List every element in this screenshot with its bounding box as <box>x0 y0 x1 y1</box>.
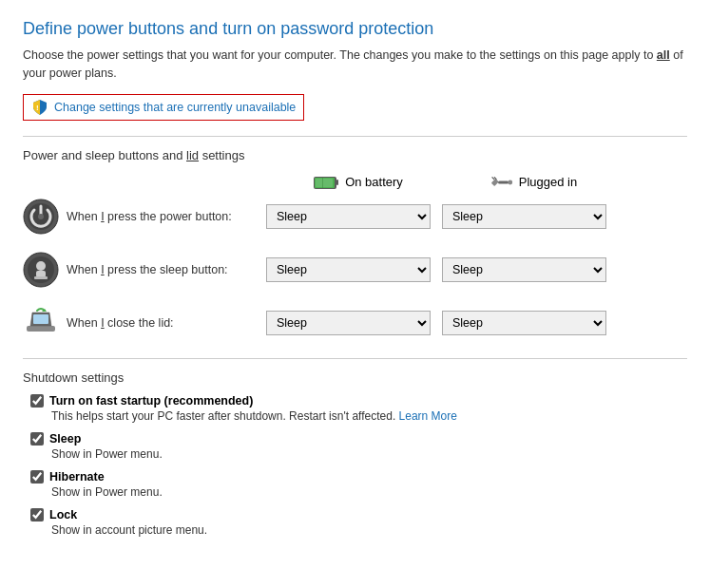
sleep-button-label: When I press the sleep button: <box>67 263 266 276</box>
sleep-button-plugged-select[interactable]: Sleep Hibernate Shut down Do nothing Tur… <box>442 257 606 282</box>
shield-icon: ! <box>31 99 48 116</box>
sleep-subtext: Show in Power menu. <box>51 447 687 461</box>
lock-item: Lock Show in account picture menu. <box>30 508 687 537</box>
svg-text:!: ! <box>36 104 39 112</box>
lock-subtext: Show in account picture menu. <box>51 523 687 537</box>
change-settings-link[interactable]: Change settings that are currently unava… <box>54 101 296 114</box>
sleep-item: Sleep Show in Power menu. <box>30 432 687 461</box>
pluggedin-column-header: Plugged in <box>446 174 622 191</box>
sleep-checkbox[interactable] <box>30 432 44 446</box>
lock-checkbox[interactable] <box>30 508 44 522</box>
lid-icon <box>23 305 59 341</box>
section-divider-2 <box>23 358 687 359</box>
battery-col-label: On battery <box>345 175 403 189</box>
lid-dropdowns: Sleep Hibernate Shut down Do nothing Tur… <box>266 311 606 335</box>
learn-more-link[interactable]: Learn More <box>399 409 457 423</box>
sleep-button-dropdowns: Sleep Hibernate Shut down Do nothing Tur… <box>266 257 606 282</box>
fast-startup-label: Turn on fast startup (recommended) <box>49 394 253 408</box>
pluggedin-col-label: Plugged in <box>519 175 577 189</box>
svg-rect-5 <box>322 178 323 188</box>
hibernate-item: Hibernate Show in Power menu. <box>30 470 687 499</box>
lid-row: When I close the lid: Sleep Hibernate Sh… <box>23 305 687 341</box>
shutdown-section-title: Shutdown settings <box>23 370 687 385</box>
power-button-battery-select[interactable]: Sleep Hibernate Shut down Do nothing Tur… <box>266 204 431 229</box>
svg-point-8 <box>508 180 512 184</box>
sleep-button-row: When I press the sleep button: Sleep Hib… <box>23 252 687 288</box>
lock-label: Lock <box>49 508 77 522</box>
battery-column-header: On battery <box>270 174 446 191</box>
page-description: Choose the power settings that you want … <box>23 47 687 83</box>
svg-rect-4 <box>316 179 333 187</box>
sleep-label: Sleep <box>49 432 81 446</box>
battery-icon <box>313 174 339 191</box>
lid-label: When I close the lid: <box>67 316 266 330</box>
page-title: Define power buttons and turn on passwor… <box>23 19 687 39</box>
section-divider-1 <box>23 136 687 137</box>
lid-battery-select[interactable]: Sleep Hibernate Shut down Do nothing Tur… <box>266 311 431 335</box>
svg-rect-20 <box>33 314 48 324</box>
plug-icon <box>490 174 513 191</box>
lid-plugged-select[interactable]: Sleep Hibernate Shut down Do nothing Tur… <box>442 311 606 335</box>
svg-rect-7 <box>498 180 509 183</box>
fast-startup-subtext: This helps start your PC faster after sh… <box>51 409 687 423</box>
svg-rect-19 <box>27 326 55 332</box>
svg-point-13 <box>38 214 44 219</box>
svg-rect-6 <box>491 179 499 186</box>
power-button-dropdowns: Sleep Hibernate Shut down Do nothing Tur… <box>266 204 606 229</box>
power-button-plugged-select[interactable]: Sleep Hibernate Shut down Do nothing Tur… <box>442 204 606 229</box>
svg-point-16 <box>36 261 46 271</box>
fast-startup-item: Turn on fast startup (recommended) This … <box>30 394 687 423</box>
svg-rect-2 <box>336 180 338 185</box>
power-button-row: When I press the power button: Sleep Hib… <box>23 199 687 235</box>
hibernate-checkbox[interactable] <box>30 470 44 484</box>
fast-startup-checkbox[interactable] <box>30 394 44 408</box>
column-headers: On battery Plugged in <box>270 174 687 191</box>
power-button-label: When I press the power button: <box>67 210 266 223</box>
change-settings-container[interactable]: ! Change settings that are currently una… <box>23 94 304 121</box>
sleep-button-icon <box>23 252 59 288</box>
sleep-button-battery-select[interactable]: Sleep Hibernate Shut down Do nothing Tur… <box>266 257 431 282</box>
power-sleep-section-title: Power and sleep buttons and lid settings <box>23 148 687 162</box>
hibernate-subtext: Show in Power menu. <box>51 485 687 499</box>
hibernate-label: Hibernate <box>49 470 105 484</box>
svg-rect-18 <box>34 276 48 279</box>
power-button-icon <box>23 199 59 235</box>
svg-rect-17 <box>36 271 46 277</box>
